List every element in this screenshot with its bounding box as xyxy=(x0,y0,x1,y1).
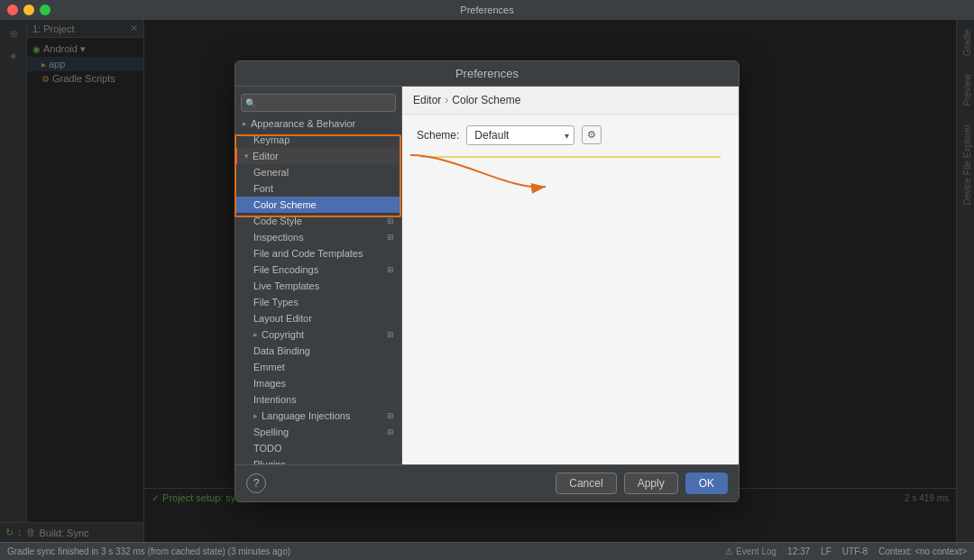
status-event-log[interactable]: ⚠ Event Log xyxy=(725,546,776,556)
dialog-overlay: Preferences 🔍 ▸ Appearance & Behavior Ke… xyxy=(0,20,974,542)
tree-label-file-encodings: File Encodings xyxy=(253,264,318,275)
help-button[interactable]: ? xyxy=(246,473,266,493)
badge-lang-inj: ⊞ xyxy=(387,411,394,420)
dialog-content: Editor › Color Scheme Scheme: Default Da… xyxy=(402,87,739,464)
tree-label-language-injections: Language Injections xyxy=(262,410,350,421)
breadcrumb-separator: › xyxy=(445,94,448,106)
dialog-body: 🔍 ▸ Appearance & Behavior Keymap ▾ Edito… xyxy=(235,87,739,464)
tree-item-file-types[interactable]: File Types xyxy=(235,294,401,310)
ok-button[interactable]: OK xyxy=(685,473,728,494)
search-input[interactable] xyxy=(241,94,396,112)
color-scheme-preview-area xyxy=(420,156,721,158)
help-icon: ? xyxy=(253,477,260,490)
close-button[interactable] xyxy=(7,5,18,15)
badge-file-encodings: ⊞ xyxy=(387,265,394,274)
tree-item-font[interactable]: Font xyxy=(235,180,401,197)
cancel-button[interactable]: Cancel xyxy=(556,473,616,494)
badge-copyright: ⊞ xyxy=(387,330,394,339)
tree-label-intentions: Intentions xyxy=(253,394,297,405)
maximize-button[interactable] xyxy=(40,5,51,15)
tree-item-live-templates[interactable]: Live Templates xyxy=(235,278,401,294)
status-lf: LF xyxy=(821,546,832,556)
tree-item-emmet[interactable]: Emmet xyxy=(235,359,401,375)
tree-label-editor: Editor xyxy=(253,151,279,161)
badge-code-style: ⊞ xyxy=(387,216,394,225)
dialog-content-inner: Scheme: Default Darcula IntelliJ ⚙ xyxy=(402,115,739,464)
tree-item-general[interactable]: General xyxy=(235,164,401,180)
status-message: Gradle sync finished in 3 s 332 ms (from… xyxy=(7,546,725,556)
chevron-appearance: ▸ xyxy=(243,119,247,128)
tree-label-spelling: Spelling xyxy=(253,427,289,437)
tree-item-images[interactable]: Images xyxy=(235,375,401,391)
status-bar: Gradle sync finished in 3 s 332 ms (from… xyxy=(0,542,974,560)
tree-item-keymap[interactable]: Keymap xyxy=(235,132,401,148)
breadcrumb-color-scheme: Color Scheme xyxy=(452,94,520,106)
window-title: Preferences xyxy=(460,5,513,15)
tree-item-intentions[interactable]: Intentions xyxy=(235,391,401,408)
minimize-button[interactable] xyxy=(23,5,34,15)
tree-label-layout-editor: Layout Editor xyxy=(253,313,312,324)
tree-label-data-binding: Data Binding xyxy=(253,345,310,356)
scheme-row: Scheme: Default Darcula IntelliJ ⚙ xyxy=(417,125,724,145)
tree-label-code-style: Code Style xyxy=(253,216,302,226)
search-icon: 🔍 xyxy=(245,97,256,107)
tree-label-general: General xyxy=(253,167,289,178)
status-charset: UTF-8 xyxy=(842,546,868,556)
breadcrumb-editor: Editor xyxy=(413,94,441,106)
tree-label-file-code-templates: File and Code Templates xyxy=(253,248,363,259)
tree-label-todo: TODO xyxy=(253,443,282,454)
status-context: Context: <no context> xyxy=(878,546,967,556)
tree-item-spelling[interactable]: Spelling ⊞ xyxy=(235,424,401,440)
status-right: ⚠ Event Log 12:37 LF UTF-8 Context: <no … xyxy=(725,546,967,556)
tree-label-emmet: Emmet xyxy=(253,362,285,372)
footer-left: ? xyxy=(246,473,266,493)
tree-item-layout-editor[interactable]: Layout Editor xyxy=(235,310,401,326)
scheme-select-wrapper: Default Darcula IntelliJ xyxy=(466,125,574,145)
scheme-label: Scheme: xyxy=(417,129,459,142)
tree-label-font: Font xyxy=(253,183,273,194)
search-box: 🔍 xyxy=(241,94,396,112)
tree-label-copyright: Copyright xyxy=(262,329,304,340)
apply-button[interactable]: Apply xyxy=(624,473,678,494)
dialog-title: Preferences xyxy=(455,67,519,80)
tree-item-editor[interactable]: ▾ Editor xyxy=(235,148,401,164)
tree-label-appearance: Appearance & Behavior xyxy=(251,118,355,129)
tree-label-file-types: File Types xyxy=(253,297,299,308)
dialog-breadcrumb: Editor › Color Scheme xyxy=(402,87,739,115)
tree-item-language-injections[interactable]: ▸ Language Injections ⊞ xyxy=(235,408,401,424)
chevron-lang-inj: ▸ xyxy=(253,411,258,420)
tree-item-data-binding[interactable]: Data Binding xyxy=(235,343,401,359)
window-controls xyxy=(7,5,51,15)
gear-button[interactable]: ⚙ xyxy=(582,125,602,144)
badge-spelling: ⊞ xyxy=(387,427,394,436)
tree-item-appearance[interactable]: ▸ Appearance & Behavior xyxy=(235,115,401,132)
status-time: 12:37 xyxy=(787,546,810,556)
tree-item-file-code-templates[interactable]: File and Code Templates xyxy=(235,245,401,262)
dialog-tree: 🔍 ▸ Appearance & Behavior Keymap ▾ Edito… xyxy=(235,87,402,464)
tree-label-keymap: Keymap xyxy=(243,134,289,145)
title-bar: Preferences xyxy=(0,0,974,20)
tree-item-file-encodings[interactable]: File Encodings ⊞ xyxy=(235,262,401,278)
tree-item-plugins[interactable]: Plugins xyxy=(235,456,401,464)
tree-item-inspections[interactable]: Inspections ⊞ xyxy=(235,229,401,245)
badge-inspections: ⊞ xyxy=(387,233,394,242)
chevron-copyright: ▸ xyxy=(253,330,258,339)
dialog-footer: ? Cancel Apply OK xyxy=(235,464,739,501)
chevron-editor: ▾ xyxy=(244,151,249,161)
tree-label-inspections: Inspections xyxy=(253,232,304,243)
tree-item-code-style[interactable]: Code Style ⊞ xyxy=(235,213,401,229)
tree-label-live-templates: Live Templates xyxy=(253,280,319,291)
tree-item-todo[interactable]: TODO xyxy=(235,440,401,456)
footer-right: Cancel Apply OK xyxy=(556,473,728,494)
tree-label-color-scheme: Color Scheme xyxy=(253,199,317,210)
tree-item-color-scheme[interactable]: Color Scheme xyxy=(235,197,401,213)
tree-label-images: Images xyxy=(253,378,286,389)
tree-item-copyright[interactable]: ▸ Copyright ⊞ xyxy=(235,326,401,343)
scheme-select[interactable]: Default Darcula IntelliJ xyxy=(466,125,574,145)
dialog-title-bar: Preferences xyxy=(235,61,739,87)
gradle-sync-message: Gradle sync finished in 3 s 332 ms (from… xyxy=(7,546,290,556)
preferences-dialog: Preferences 🔍 ▸ Appearance & Behavior Ke… xyxy=(234,60,740,502)
